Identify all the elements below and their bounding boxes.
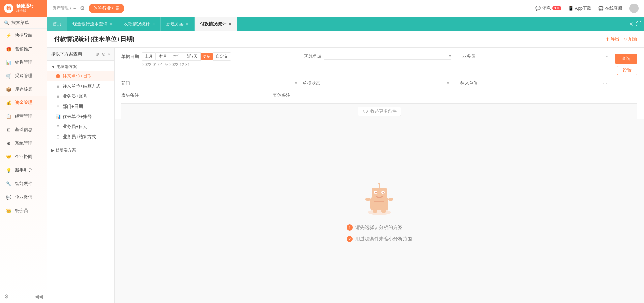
date-btn-this-year[interactable]: 本年 xyxy=(170,52,184,61)
sidebar-search[interactable]: 🔍 搜索菜单 xyxy=(0,17,47,29)
collapse-row: ∧∧ 收起更多条件 xyxy=(121,103,637,119)
sidebar-bottom: ⚙ ◀◀ xyxy=(0,290,47,303)
sidebar-item-base-info[interactable]: ⊞ 基础信息 xyxy=(0,123,47,137)
online-service-button[interactable]: 🎧 在线客服 xyxy=(598,5,622,11)
filter-row-1: 单据日期 上月 本月 本年 近7天 更多 自定义 20 xyxy=(121,52,637,75)
tab-new-scheme[interactable]: 新建方案 ✕ xyxy=(161,17,195,31)
page-actions: ⬆ 导出 ↻ 刷新 xyxy=(606,36,637,42)
page-area: 付款情况统计(往来单位+日期) ⬆ 导出 ↻ 刷新 按以下方案查询 ⊕ xyxy=(47,31,644,303)
trial-button[interactable]: 体验行业方案 xyxy=(89,4,124,13)
doc-status-field: 单据状态 ∨ xyxy=(297,80,455,87)
svg-rect-10 xyxy=(365,198,370,201)
action-buttons: 查询 设置 xyxy=(610,52,637,75)
empty-hint-2: 2 用过滤条件来缩小分析范围 xyxy=(347,236,412,242)
page-title: 付款情况统计(往来单位+日期) xyxy=(54,35,135,43)
download-icon: 📱 xyxy=(568,6,574,11)
sidebar-item-purchase[interactable]: 🛒 采购管理 xyxy=(0,69,47,83)
scheme-item-staff-payment[interactable]: ⊞ 业务员+结算方式 xyxy=(47,132,114,142)
tab-expand-icon[interactable]: ⛶ xyxy=(636,21,641,27)
sidebar-item-marketing[interactable]: 🎁 营销推广 xyxy=(0,42,47,56)
settings-icon: ⚙ xyxy=(5,140,12,147)
filter-row-3: 表头备注 表体备注 xyxy=(121,91,637,99)
sidebar-item-quick-nav[interactable]: ⚡ 快捷导航 xyxy=(0,29,47,42)
scheme-section-desktop-title[interactable]: ▼ 电脑端方案 xyxy=(47,63,114,71)
query-button[interactable]: 查询 xyxy=(615,54,637,64)
date-btn-7days[interactable]: 近7天 xyxy=(184,52,201,61)
chart-bar-icon: 📊 xyxy=(5,59,12,66)
scheme-item-dept-date[interactable]: ⊞ 部门+日期 xyxy=(47,101,114,112)
scheme-item-partner-payment[interactable]: ⊞ 往来单位+结算方式 xyxy=(47,81,114,91)
app-download-button[interactable]: 📱 App下载 xyxy=(568,5,591,11)
scheme-section-mobile-title[interactable]: ▶ 移动端方案 xyxy=(47,146,114,154)
expand-icon: ▶ xyxy=(51,148,54,153)
sidebar-item-smart-hw[interactable]: 🔧 智能硬件 xyxy=(0,177,47,190)
tab-close-all-icon[interactable]: ✕ xyxy=(629,21,633,27)
dept-select[interactable]: ∨ xyxy=(133,80,297,87)
scheme-item-staff-date[interactable]: ⊞ 业务员+日期 xyxy=(47,122,114,132)
refresh-button[interactable]: ↻ 刷新 xyxy=(623,36,637,42)
chevron-down-icon-2: ∨ xyxy=(295,81,297,85)
table-icon-3: ⊞ xyxy=(55,104,61,109)
staff-ellipsis-icon[interactable]: ··· xyxy=(606,54,610,59)
scheme-section-desktop: ▼ 电脑端方案 往来单位+日期 ⊞ 往来单位+结算方式 ⊞ xyxy=(47,61,114,144)
search-icon: 🔍 xyxy=(4,20,9,25)
partner-ellipsis-icon[interactable]: ··· xyxy=(603,81,607,86)
head-note-label: 表头备注 xyxy=(121,92,139,98)
gear-bottom-icon[interactable]: ⚙ xyxy=(4,293,9,300)
sidebar-item-guide[interactable]: 💡 新手引导 xyxy=(0,163,47,177)
tab-close-icon[interactable]: ✕ xyxy=(152,22,155,26)
settings-icon[interactable]: ⚙ xyxy=(80,5,85,11)
source-select[interactable]: ∨ xyxy=(324,52,451,60)
date-btn-custom[interactable]: 自定义 xyxy=(213,52,231,61)
add-scheme-icon[interactable]: ⊕ xyxy=(95,51,99,57)
sidebar-item-corp-coop[interactable]: 🤝 企业协同 xyxy=(0,150,47,163)
user-avatar[interactable] xyxy=(629,4,639,13)
scheme-collapse-icon[interactable]: « xyxy=(108,51,110,57)
svg-point-0 xyxy=(56,74,60,78)
messages-button[interactable]: 💬 消息 99+ xyxy=(535,5,561,11)
collapse-button[interactable]: ∧∧ 收起更多条件 xyxy=(358,107,401,116)
staff-input[interactable] xyxy=(478,52,603,60)
partner-input[interactable] xyxy=(480,79,600,87)
date-btn-more[interactable]: 更多 xyxy=(201,53,213,60)
sidebar-item-inventory[interactable]: 📦 库存核算 xyxy=(0,83,47,96)
svg-point-5 xyxy=(378,183,380,185)
sidebar-item-operations[interactable]: 📋 经营管理 xyxy=(0,110,47,123)
body-note-label: 表体备注 xyxy=(273,92,290,98)
messages-badge: 99+ xyxy=(552,6,561,10)
tab-close-icon[interactable]: ✕ xyxy=(186,22,189,26)
head-note-input[interactable] xyxy=(142,91,267,99)
scheme-section-mobile: ▶ 移动端方案 xyxy=(47,144,114,156)
empty-state: 1 请先选择要分析的方案 2 用过滤条件来缩小分析范围 xyxy=(115,119,644,303)
sidebar-item-corp-wechat[interactable]: 💬 企业微信 xyxy=(0,190,47,204)
chevron-down-icon: ∨ xyxy=(449,54,451,58)
date-btn-last-month[interactable]: 上月 xyxy=(142,52,156,61)
sidebar-item-vip[interactable]: 👑 畅会员 xyxy=(0,204,47,217)
svg-rect-2 xyxy=(370,197,388,210)
scheme-item-staff-account[interactable]: ⊞ 业务员+账号 xyxy=(47,91,114,101)
tab-close-icon[interactable]: ✕ xyxy=(228,22,231,26)
export-button[interactable]: ⬆ 导出 xyxy=(606,36,619,42)
sidebar-item-finance[interactable]: 💰 资金管理 xyxy=(0,96,47,110)
settings-button[interactable]: 设置 xyxy=(617,66,637,75)
tab-cash-flow[interactable]: 现金银行流水查询 ✕ xyxy=(67,17,118,31)
doc-status-select[interactable]: ∨ xyxy=(323,80,449,87)
scheme-settings-icon[interactable]: ⊙ xyxy=(101,51,106,57)
scheme-item-partner-account[interactable]: 📊 往来单位+账号 xyxy=(47,112,114,122)
crown-icon: 👑 xyxy=(5,207,12,214)
logo-text: 畅捷通巧 标准版 xyxy=(16,3,34,13)
scheme-item-partner-date[interactable]: 往来单位+日期 xyxy=(47,71,114,81)
tab-home[interactable]: 首页 xyxy=(47,17,67,31)
collapse-sidebar-icon[interactable]: ◀◀ xyxy=(35,293,43,300)
tab-income-stats[interactable]: 收款情况统计 ✕ xyxy=(118,17,161,31)
doc-status-label: 单据状态 xyxy=(303,80,320,86)
tab-bar: 首页 现金银行流水查询 ✕ 收款情况统计 ✕ 新建方案 ✕ 付款情况统计 ✕ ✕… xyxy=(47,17,644,31)
sidebar-item-sales[interactable]: 📊 销售管理 xyxy=(0,56,47,69)
body-note-input[interactable] xyxy=(293,91,516,99)
sidebar-item-system[interactable]: ⚙ 系统管理 xyxy=(0,137,47,150)
tab-payment-stats[interactable]: 付款情况统计 ✕ xyxy=(195,17,237,31)
scheme-panel-header: 按以下方案查询 ⊕ ⊙ « xyxy=(47,48,114,61)
date-btn-this-month[interactable]: 本月 xyxy=(156,52,170,61)
gift-icon: 🎁 xyxy=(5,46,12,52)
tab-close-icon[interactable]: ✕ xyxy=(110,22,113,26)
